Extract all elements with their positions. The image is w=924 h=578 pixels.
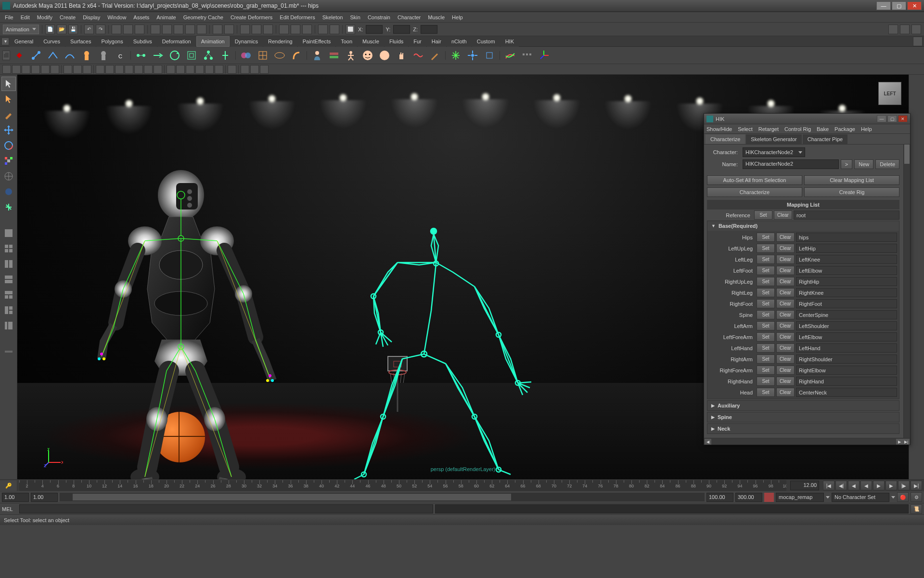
name-input[interactable]: HIKCharacterNode2 bbox=[743, 159, 839, 169]
map-value[interactable]: RightHand bbox=[796, 377, 897, 386]
set-key-icon[interactable] bbox=[12, 48, 27, 63]
skin-bind-icon[interactable] bbox=[79, 48, 94, 63]
map-set-button[interactable]: Set bbox=[757, 377, 775, 386]
map-value[interactable]: LeftHand bbox=[796, 343, 897, 353]
paint-icon[interactable] bbox=[427, 48, 443, 63]
chevron-down-icon[interactable] bbox=[826, 496, 830, 499]
ipr-render-icon[interactable] bbox=[252, 25, 261, 34]
shelf-menu-icon[interactable]: ▾ bbox=[1, 38, 9, 45]
layout-two-stack-icon[interactable] bbox=[1, 272, 16, 287]
hik-maximize-button[interactable]: ▢ bbox=[887, 115, 897, 122]
map-value[interactable]: LeftKnee bbox=[796, 255, 897, 264]
joint-tool-icon[interactable] bbox=[28, 48, 44, 63]
reference-set-button[interactable]: Set bbox=[754, 210, 772, 220]
snap-plane-icon[interactable] bbox=[185, 25, 195, 34]
current-time-field[interactable]: 12.00 bbox=[790, 481, 819, 490]
layout-persp-outliner-icon[interactable] bbox=[1, 318, 16, 333]
menu-file[interactable]: File bbox=[1, 13, 17, 22]
hik-menu-controlrig[interactable]: Control Rig bbox=[784, 126, 811, 132]
map-clear-button[interactable]: Clear bbox=[776, 288, 795, 297]
quick-layout-3-icon[interactable] bbox=[302, 25, 312, 34]
panel-grid-icon[interactable] bbox=[96, 65, 104, 74]
shelf-tab-rendering[interactable]: Rendering bbox=[263, 36, 297, 47]
map-value[interactable]: RightFoot bbox=[796, 299, 897, 308]
x-field[interactable] bbox=[366, 25, 383, 34]
autoset-button[interactable]: Auto-Set All from Selection bbox=[707, 175, 802, 185]
panel-textured-icon[interactable] bbox=[186, 65, 194, 74]
mode-selector[interactable]: Animation bbox=[3, 25, 39, 34]
hik-menu-retarget[interactable]: Retarget bbox=[758, 126, 779, 132]
sidebar-toggle-3-icon[interactable] bbox=[911, 25, 921, 34]
hscroll-right-icon[interactable]: ▶ bbox=[896, 439, 903, 445]
z-field[interactable] bbox=[421, 25, 437, 34]
parent-constraint-icon[interactable] bbox=[201, 48, 216, 63]
rotate-tool[interactable] bbox=[1, 138, 16, 153]
shelf-tab-custom[interactable]: Custom bbox=[472, 36, 500, 47]
shelf-tab-subdivs[interactable]: Subdivs bbox=[128, 36, 157, 47]
range-slider[interactable] bbox=[60, 493, 705, 501]
hik-1-icon[interactable] bbox=[448, 48, 463, 63]
map-value[interactable]: CenterNeck bbox=[796, 388, 897, 397]
redo-icon[interactable]: ↷ bbox=[96, 25, 105, 34]
panel-isolate-icon[interactable] bbox=[228, 65, 236, 74]
face-1-icon[interactable] bbox=[360, 48, 375, 63]
play-back-button[interactable]: ◀ bbox=[860, 481, 872, 490]
map-value[interactable]: LeftShoulder bbox=[796, 321, 897, 330]
shelf-tab-hair[interactable]: Hair bbox=[427, 36, 446, 47]
menu-display[interactable]: Display bbox=[79, 13, 103, 22]
quick-layout-2-icon[interactable] bbox=[291, 25, 300, 34]
reference-value[interactable]: root bbox=[794, 210, 899, 220]
panel-smooth-icon[interactable] bbox=[176, 65, 185, 74]
select-by-object-icon[interactable] bbox=[123, 25, 133, 34]
select-tool[interactable] bbox=[1, 77, 16, 91]
face-2-icon[interactable] bbox=[377, 48, 392, 63]
character-set-icon[interactable] bbox=[309, 48, 325, 63]
shelf-editor-icon[interactable] bbox=[913, 37, 923, 46]
delete-button[interactable]: Delete bbox=[875, 159, 899, 169]
pole-vector-icon[interactable] bbox=[218, 48, 233, 63]
undo-icon[interactable]: ↶ bbox=[84, 25, 94, 34]
playback-end-field[interactable]: 100.00 bbox=[706, 493, 733, 502]
characterize-button[interactable]: Characterize bbox=[707, 187, 802, 197]
scale-constraint-icon[interactable] bbox=[184, 48, 199, 63]
panel-show-icon[interactable] bbox=[31, 65, 40, 74]
panel-xray-icon[interactable] bbox=[241, 65, 249, 74]
input-box-icon[interactable] bbox=[330, 25, 339, 34]
map-set-button[interactable]: Set bbox=[757, 343, 775, 353]
menu-window[interactable]: Window bbox=[104, 13, 129, 22]
step-back-button[interactable]: ◀ bbox=[848, 481, 860, 490]
menu-skin[interactable]: Skin bbox=[346, 13, 363, 22]
hik-close-button[interactable]: ✕ bbox=[898, 115, 908, 122]
cmd-label[interactable]: MEL bbox=[2, 506, 17, 512]
map-set-button[interactable]: Set bbox=[757, 321, 775, 330]
map-clear-button[interactable]: Clear bbox=[776, 310, 795, 319]
menu-modify[interactable]: Modify bbox=[34, 13, 56, 22]
new-scene-icon[interactable]: 📄 bbox=[45, 25, 55, 34]
hscroll-end-icon[interactable]: ▶| bbox=[903, 439, 910, 445]
panel-wireframe-icon[interactable] bbox=[167, 65, 175, 74]
panel-lighting-icon[interactable] bbox=[22, 65, 30, 74]
anim-end-field[interactable]: 300.00 bbox=[735, 493, 762, 502]
hand-icon[interactable] bbox=[394, 48, 409, 63]
hik-minimize-button[interactable]: — bbox=[877, 115, 886, 122]
panel-lights-icon[interactable] bbox=[195, 65, 204, 74]
playback-start-field[interactable]: 1.00 bbox=[31, 493, 58, 502]
panel-hq-icon[interactable] bbox=[215, 65, 223, 74]
map-set-button[interactable]: Set bbox=[757, 288, 775, 297]
shelf-tab-fluids[interactable]: Fluids bbox=[385, 36, 408, 47]
soft-mod-tool[interactable] bbox=[1, 184, 16, 199]
map-set-button[interactable]: Set bbox=[757, 332, 775, 342]
trax-icon[interactable] bbox=[326, 48, 342, 63]
new-button[interactable]: New bbox=[854, 159, 873, 169]
map-clear-button[interactable]: Clear bbox=[776, 255, 795, 264]
channel-box-strip[interactable] bbox=[909, 75, 924, 479]
map-clear-button[interactable]: Clear bbox=[776, 332, 795, 342]
hik-menu-select[interactable]: Select bbox=[738, 126, 753, 132]
panel-shadows-icon[interactable] bbox=[205, 65, 214, 74]
paint-select-tool[interactable] bbox=[1, 107, 16, 122]
select-by-component-icon[interactable] bbox=[135, 25, 144, 34]
map-set-button[interactable]: Set bbox=[757, 277, 775, 286]
hik-3-icon[interactable] bbox=[482, 48, 497, 63]
graph-editor-icon[interactable] bbox=[502, 48, 518, 63]
go-button[interactable]: > bbox=[841, 159, 852, 169]
